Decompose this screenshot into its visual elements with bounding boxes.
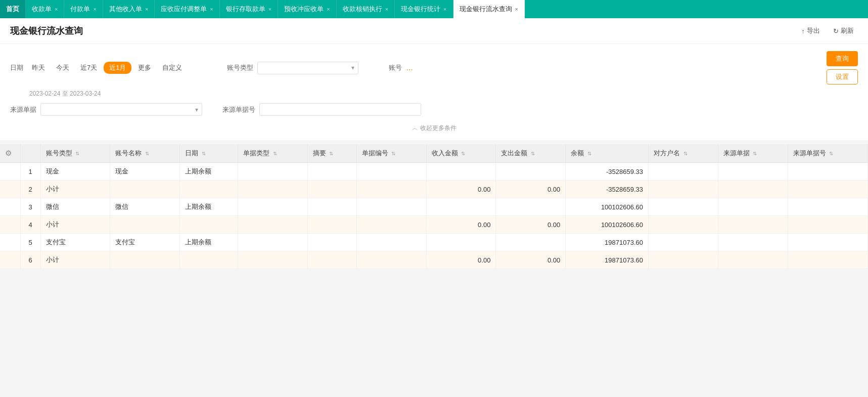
table-row[interactable]: 3微信微信上期余额100102606.60 (0, 198, 868, 216)
date-filter-group: 日期 昨天 今天 近7天 近1月 更多 自定义 (10, 62, 187, 74)
cell-doc-type (238, 163, 307, 181)
nav-tab-bank-deposit[interactable]: 银行存取款单 × (220, 0, 278, 18)
cell-source-doc (718, 198, 788, 216)
cell-date (180, 181, 238, 198)
table-row[interactable]: 2小计0.000.00-3528659.33 (0, 181, 868, 198)
close-icon[interactable]: × (268, 6, 271, 12)
nav-tab-other-income-label: 其他收入单 (109, 5, 142, 14)
filter-area: 日期 昨天 今天 近7天 近1月 更多 自定义 账号类型 账号 ... (0, 44, 868, 141)
table-row[interactable]: 6小计0.000.0019871073.60 (0, 251, 868, 269)
account-type-select[interactable] (257, 62, 358, 74)
col-account-name[interactable]: 账号名称 ⇅ (110, 144, 180, 163)
export-label: 导出 (807, 26, 820, 35)
collapse-bar[interactable]: ︿ 收起更多条件 (10, 121, 858, 134)
cell-summary (307, 181, 356, 198)
date-option-yesterday[interactable]: 昨天 (27, 62, 50, 74)
filter-row-date: 日期 昨天 今天 近7天 近1月 更多 自定义 账号类型 账号 ... (10, 51, 858, 84)
col-balance[interactable]: 余额 ⇅ (566, 144, 649, 163)
cell-counterparty (649, 163, 718, 181)
cell-balance: 19871073.60 (566, 251, 649, 269)
sort-icon: ⇅ (461, 151, 465, 156)
date-option-7days[interactable]: 近7天 (76, 62, 102, 74)
nav-tab-other-income[interactable]: 其他收入单 × (103, 0, 155, 18)
nav-tab-cash-bank-stat[interactable]: 现金银行统计 × (395, 0, 453, 18)
col-source-doc-no[interactable]: 来源单据号 ⇅ (788, 144, 867, 163)
col-account-type[interactable]: 账号类型 ⇅ (40, 144, 110, 163)
sort-icon: ⇅ (753, 151, 757, 156)
source-doc-num-input[interactable] (259, 103, 421, 116)
table-row[interactable]: 1现金现金上期余额-3528659.33 (0, 163, 868, 181)
nav-tab-receipt[interactable]: 收款单 × (26, 0, 64, 18)
nav-tab-payment[interactable]: 付款单 × (64, 0, 103, 18)
cell-expense: 0.00 (496, 181, 566, 198)
cell-index: 2 (20, 181, 40, 198)
cell-account-name: 现金 (110, 163, 180, 181)
account-type-label: 账号类型 (227, 63, 253, 72)
table-body: 1现金现金上期余额-3528659.332小计0.000.00-3528659.… (0, 163, 868, 269)
page-header: 现金银行流水查询 ↑ 导出 ↻ 刷新 (0, 18, 868, 44)
col-doc-no[interactable]: 单据编号 ⇅ (356, 144, 426, 163)
cell-index: 3 (20, 198, 40, 216)
cell-source-doc (718, 163, 788, 181)
date-label: 日期 (10, 63, 23, 72)
export-icon: ↑ (802, 27, 805, 35)
export-button[interactable]: ↑ 导出 (798, 24, 825, 37)
close-icon[interactable]: × (145, 6, 148, 12)
account-type-select-wrapper (257, 62, 358, 74)
cell-doc-type (238, 198, 307, 216)
cell-account-name (110, 216, 180, 234)
nav-tab-cash-bank-flow[interactable]: 现金银行流水查询 × (453, 0, 525, 18)
close-icon[interactable]: × (210, 6, 213, 12)
cell-source-doc-no (788, 198, 867, 216)
close-icon[interactable]: × (327, 6, 330, 12)
source-doc-filter-group: 来源单据 (10, 103, 202, 116)
cell-income (426, 163, 496, 181)
query-button[interactable]: 查询 (827, 51, 858, 66)
col-summary[interactable]: 摘要 ⇅ (307, 144, 356, 163)
col-expense[interactable]: 支出金额 ⇅ (496, 144, 566, 163)
account-dots[interactable]: ... (406, 63, 413, 72)
table-row[interactable]: 4小计0.000.00100102606.60 (0, 216, 868, 234)
cell-account-type: 支付宝 (40, 234, 110, 251)
cell-doc-type (238, 234, 307, 251)
cell-account-type: 小计 (40, 251, 110, 269)
cell-source-doc-no (788, 216, 867, 234)
nav-tab-receipt-verify[interactable]: 收款核销执行 × (337, 0, 395, 18)
refresh-icon: ↻ (833, 27, 839, 35)
account-filter-group: 账号 ... (389, 63, 417, 72)
date-option-more[interactable]: 更多 (133, 62, 156, 74)
close-icon[interactable]: × (443, 6, 446, 12)
settings-icon[interactable]: ⚙ (5, 149, 12, 157)
data-table: ⚙ 账号类型 ⇅ 账号名称 ⇅ 日期 ⇅ 单据类型 ⇅ (0, 144, 868, 269)
cell-account-name: 支付宝 (110, 234, 180, 251)
nav-tab-prepaid-offset-label: 预收冲应收单 (284, 5, 324, 14)
right-buttons: 查询 设置 (827, 51, 858, 84)
nav-tab-prepaid-offset[interactable]: 预收冲应收单 × (278, 0, 336, 18)
cell-source-doc (718, 181, 788, 198)
date-option-today[interactable]: 今天 (52, 62, 74, 74)
nav-tab-ar-ap-adjust[interactable]: 应收应付调整单 × (155, 0, 219, 18)
close-icon[interactable]: × (515, 6, 518, 12)
cell-source-doc (718, 234, 788, 251)
cell-settings (0, 234, 20, 251)
date-option-custom[interactable]: 自定义 (158, 62, 187, 74)
cell-expense: 0.00 (496, 251, 566, 269)
refresh-button[interactable]: ↻ 刷新 (829, 24, 858, 37)
cell-date (180, 216, 238, 234)
col-income[interactable]: 收入金额 ⇅ (426, 144, 496, 163)
col-source-doc[interactable]: 来源单据 ⇅ (718, 144, 788, 163)
source-doc-select[interactable] (40, 103, 202, 116)
cell-summary (307, 163, 356, 181)
col-doc-type[interactable]: 单据类型 ⇅ (238, 144, 307, 163)
cell-settings (0, 198, 20, 216)
table-row[interactable]: 5支付宝支付宝上期余额19871073.60 (0, 234, 868, 251)
close-icon[interactable]: × (93, 6, 96, 12)
settings-button[interactable]: 设置 (827, 69, 858, 84)
date-option-1month[interactable]: 近1月 (104, 62, 131, 74)
col-date[interactable]: 日期 ⇅ (180, 144, 238, 163)
close-icon[interactable]: × (55, 6, 58, 12)
close-icon[interactable]: × (385, 6, 388, 12)
col-counterparty[interactable]: 对方户名 ⇅ (649, 144, 718, 163)
nav-tab-home[interactable]: 首页 (0, 0, 26, 18)
cell-account-type: 小计 (40, 181, 110, 198)
